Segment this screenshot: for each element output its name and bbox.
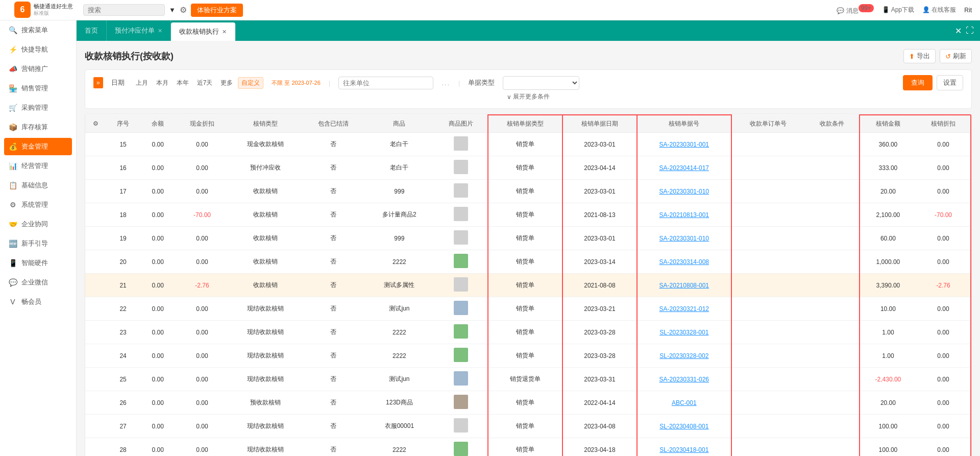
date-opt-custom[interactable]: 自定义 — [238, 77, 263, 89]
cell-product-img — [434, 344, 488, 368]
partner-input[interactable] — [338, 77, 433, 89]
date-opt-7days[interactable]: 近7天 — [194, 78, 216, 88]
cell-voucher-no[interactable]: SL-20230328-001 — [637, 321, 731, 344]
cell-voucher-no[interactable]: SA-20230314-008 — [637, 250, 731, 274]
filter-expand-button[interactable]: » — [93, 77, 103, 88]
cell-product-img — [434, 415, 488, 438]
tab-prepay[interactable]: 预付冲应付单 ✕ — [107, 20, 171, 41]
cell-voucher-date: 2023-03-01 — [562, 180, 637, 203]
cell-product-img — [434, 321, 488, 344]
cell-voucher-no[interactable]: SA-20210813-001 — [637, 203, 731, 227]
expand-conditions-button[interactable]: ∨ 展开更多条件 — [507, 92, 550, 101]
cell-voucher-no[interactable]: SL-20230418-001 — [637, 438, 731, 457]
cell-included: 否 — [302, 203, 365, 227]
data-table-container: ⚙ 序号 余额 现金折扣 核销类型 包含已结清 商品 商品图片 核销单据类型 — [85, 114, 972, 456]
user-name[interactable]: Rit — [964, 7, 972, 14]
voucher-no-link[interactable]: SA-20230301-010 — [659, 188, 709, 195]
sidebar-label-quicknav: 快捷导航 — [21, 45, 48, 54]
sidebar-item-finance[interactable]: 💰 资金管理 — [4, 138, 72, 155]
cell-cancel-discount: -2.76 — [916, 274, 971, 297]
voucher-no-link[interactable]: SA-20230301-010 — [659, 235, 709, 242]
sidebar-item-operations[interactable]: 📊 经营管理 — [0, 156, 76, 176]
sidebar-label-basic-info: 基础信息 — [21, 181, 48, 190]
cell-voucher-type: 销货单 — [488, 133, 562, 156]
sidebar-item-quicknav[interactable]: ⚡ 快捷导航 — [0, 40, 76, 59]
filter-row: » 日期 上月 本月 本年 近7天 更多 自定义 不限 至 2023-07-26 — [93, 75, 963, 90]
column-settings-icon[interactable]: ⚙ — [93, 120, 99, 127]
voucher-no-link[interactable]: SL-20230418-001 — [659, 446, 708, 453]
sidebar-item-purchase[interactable]: 🛒 采购管理 — [0, 98, 76, 117]
sidebar-item-wechat[interactable]: 💬 企业微信 — [0, 273, 76, 292]
sidebar-item-hardware[interactable]: 📱 智能硬件 — [0, 253, 76, 273]
cell-no: 24 — [106, 344, 140, 368]
cell-collection-order — [731, 368, 805, 391]
cell-voucher-no[interactable]: SA-20230301-010 — [637, 227, 731, 250]
cell-voucher-no[interactable]: SA-20230414-017 — [637, 156, 731, 180]
close-prepay-tab-icon[interactable]: ✕ — [158, 28, 162, 34]
voucher-no-link[interactable]: SA-20230414-017 — [659, 164, 709, 172]
voucher-no-link[interactable]: SL-20230328-001 — [659, 329, 708, 336]
sidebar-item-sales[interactable]: 🏪 销售管理 — [0, 79, 76, 98]
refresh-button[interactable]: ↺ 刷新 — [940, 49, 972, 63]
voucher-no-link[interactable]: SA-20230331-026 — [659, 376, 709, 383]
date-opt-last-month[interactable]: 上月 — [133, 78, 151, 88]
sidebar-item-enterprise[interactable]: 🤝 企业协同 — [0, 214, 76, 234]
cell-cash-discount: 0.00 — [175, 391, 229, 415]
date-opt-more[interactable]: 更多 — [217, 78, 236, 88]
product-image — [454, 395, 468, 409]
messages-icon[interactable]: 💬 消息99+ — [837, 5, 874, 15]
cell-voucher-no[interactable]: SA-20210808-001 — [637, 274, 731, 297]
cell-settings — [85, 438, 106, 457]
export-button[interactable]: ⬆ 导出 — [903, 49, 936, 63]
cell-settings — [85, 203, 106, 227]
app-download-link[interactable]: 📱 App下载 — [882, 6, 914, 14]
cell-no: 26 — [106, 391, 140, 415]
settings-button[interactable]: 设置 — [937, 75, 963, 90]
industry-solution-button[interactable]: 体验行业方案 — [191, 4, 243, 17]
cell-voucher-no[interactable]: ABC-001 — [637, 391, 731, 415]
sidebar-label-enterprise: 企业协同 — [21, 220, 48, 229]
top-search-input[interactable] — [83, 4, 165, 16]
gear-icon[interactable]: ⚙ — [180, 5, 187, 15]
chevron-down-icon: ∨ — [507, 93, 511, 101]
voucher-no-link[interactable]: ABC-001 — [672, 399, 697, 406]
date-opt-this-month[interactable]: 本月 — [153, 78, 172, 88]
sidebar-item-guide[interactable]: 🆕 新手引导 — [0, 234, 76, 253]
voucher-no-link[interactable]: SA-20230301-001 — [659, 141, 709, 148]
close-collection-tab-icon[interactable]: ✕ — [222, 29, 227, 35]
online-service-link[interactable]: 👤 在线客服 — [922, 6, 956, 14]
voucher-no-link[interactable]: SA-20210813-001 — [659, 211, 709, 219]
cell-voucher-no[interactable]: SA-20230321-012 — [637, 297, 731, 321]
cell-voucher-no[interactable]: SA-20230301-001 — [637, 133, 731, 156]
voucher-no-link[interactable]: SA-20210808-001 — [659, 282, 709, 289]
col-settings[interactable]: ⚙ — [85, 115, 106, 133]
sidebar-item-search[interactable]: 🔍 搜索菜单 — [0, 20, 76, 40]
date-opt-this-year[interactable]: 本年 — [174, 78, 192, 88]
cell-voucher-no[interactable]: SL-20230408-001 — [637, 415, 731, 438]
sidebar-item-basic-info[interactable]: 📋 基础信息 — [0, 176, 76, 195]
query-button[interactable]: 查询 — [903, 75, 933, 90]
cell-no: 21 — [106, 274, 140, 297]
cell-no: 19 — [106, 227, 140, 250]
sidebar-item-marketing[interactable]: 📣 营销推广 — [0, 59, 76, 79]
voucher-type-select[interactable] — [503, 76, 579, 90]
close-window-icon[interactable]: ✕ — [955, 26, 962, 36]
cell-product-img — [434, 227, 488, 250]
cell-voucher-no[interactable]: SA-20230301-010 — [637, 180, 731, 203]
voucher-no-link[interactable]: SL-20230408-001 — [659, 423, 708, 430]
cell-cancel-amount: 10.00 — [860, 297, 916, 321]
col-voucher-type: 核销单据类型 — [488, 115, 562, 133]
cell-voucher-no[interactable]: SA-20230331-026 — [637, 368, 731, 391]
cell-voucher-no[interactable]: SL-20230328-002 — [637, 344, 731, 368]
sidebar-item-system[interactable]: ⚙ 系统管理 — [0, 195, 76, 214]
expand-window-icon[interactable]: ⛶ — [966, 26, 974, 35]
voucher-no-link[interactable]: SA-20230314-008 — [659, 258, 709, 266]
sidebar-label-sales: 销售管理 — [21, 84, 48, 93]
cell-included: 否 — [302, 321, 365, 344]
tab-home[interactable]: 首页 — [77, 20, 107, 41]
tab-collection[interactable]: 收款核销执行 ✕ — [171, 22, 235, 41]
sidebar-item-inventory[interactable]: 📦 库存核算 — [0, 117, 76, 137]
voucher-no-link[interactable]: SA-20230321-012 — [659, 305, 709, 313]
voucher-no-link[interactable]: SL-20230328-002 — [659, 352, 708, 359]
sidebar-item-member[interactable]: V 畅会员 — [0, 292, 76, 311]
